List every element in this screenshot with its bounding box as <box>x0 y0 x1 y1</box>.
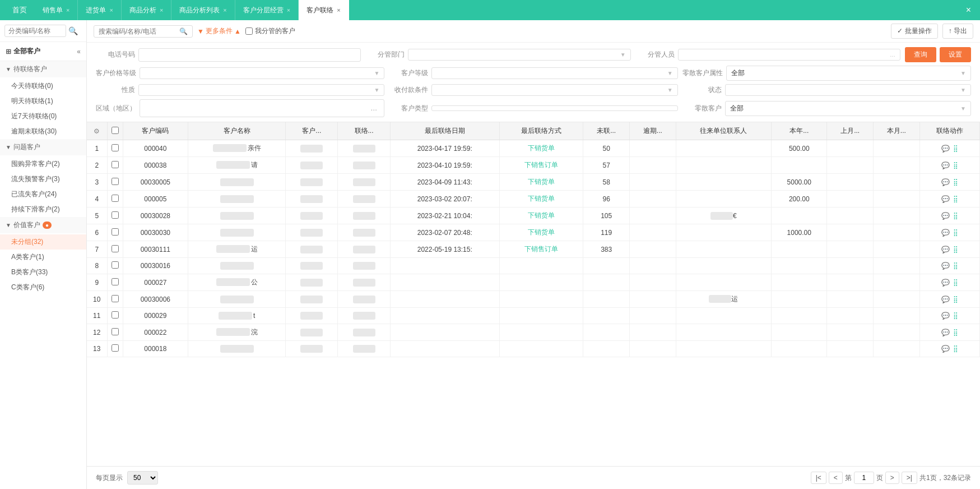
close-icon-product-analysis-list[interactable]: × <box>223 7 226 13</box>
query-button[interactable]: 查询 <box>905 47 936 62</box>
window-close-icon[interactable]: × <box>962 5 976 15</box>
payment-select[interactable]: ▼ <box>431 84 677 96</box>
sidebar-item-class-c[interactable]: C类客户(6) <box>0 280 86 295</box>
export-button[interactable]: ↑ 导出 <box>942 24 973 39</box>
row-checkbox[interactable] <box>112 261 119 269</box>
gear-column-header[interactable]: ⚙ <box>87 122 107 140</box>
price-tier-select[interactable]: ▼ <box>140 67 384 79</box>
customer-tier-select[interactable]: ▼ <box>431 67 677 79</box>
area-select[interactable]: … <box>140 99 384 117</box>
phone-input[interactable] <box>138 48 361 62</box>
phone-action-icon[interactable]: 💬 <box>941 262 950 270</box>
more-action-icon[interactable]: ⣿ <box>953 145 958 153</box>
phone-action-icon[interactable]: 💬 <box>941 312 950 320</box>
last-contact-type[interactable]: 下销售订单 <box>499 157 583 174</box>
phone-action-icon[interactable]: 💬 <box>941 145 950 153</box>
contact-type-link[interactable]: 下销货单 <box>528 195 555 202</box>
last-contact-type[interactable]: 下销货单 <box>499 174 583 191</box>
sidebar-item-hoarding[interactable]: 囤购异常客户(2) <box>0 156 86 172</box>
more-action-icon[interactable]: ⣿ <box>953 195 958 203</box>
tab-product-analysis-list[interactable]: 商品分析列表 × <box>171 0 235 20</box>
phone-action-icon[interactable]: 💬 <box>941 162 950 169</box>
phone-action-icon[interactable]: 💬 <box>941 195 950 203</box>
row-checkbox[interactable] <box>112 161 119 168</box>
sidebar-group-value[interactable]: ▼ 价值客户 ● <box>0 217 86 233</box>
sidebar-item-churned[interactable]: 已流失客户(24) <box>0 187 86 202</box>
sidebar-item-7days[interactable]: 近7天待联络(0) <box>0 109 86 124</box>
tab-purchase[interactable]: 进货单 × <box>78 0 121 20</box>
row-checkbox[interactable] <box>112 195 119 202</box>
last-contact-type[interactable] <box>499 274 583 291</box>
sidebar-all-customers[interactable]: ⊞ 全部客户 « <box>0 42 86 61</box>
row-checkbox[interactable] <box>112 144 119 151</box>
phone-action-icon[interactable]: 💬 <box>941 229 950 237</box>
row-checkbox[interactable] <box>112 228 119 236</box>
last-contact-type[interactable]: 下销货单 <box>499 140 583 157</box>
sidebar-collapse-icon[interactable]: « <box>77 48 81 56</box>
tab-sales[interactable]: 销售单 × <box>35 0 78 20</box>
tab-product-analysis[interactable]: 商品分析 × <box>122 0 171 20</box>
more-action-icon[interactable]: ⣿ <box>953 329 958 336</box>
more-action-icon[interactable]: ⣿ <box>953 312 958 320</box>
last-contact-type[interactable]: 下销售订单 <box>499 241 583 258</box>
contact-type-link[interactable]: 下销售订单 <box>524 161 558 169</box>
last-page-button[interactable]: >| <box>902 472 917 484</box>
batch-operations-button[interactable]: ✓ 批量操作 <box>891 24 937 39</box>
row-checkbox[interactable] <box>112 178 119 185</box>
reset-button[interactable]: 设置 <box>940 47 971 62</box>
contact-type-link[interactable]: 下销货单 <box>528 211 555 219</box>
more-action-icon[interactable]: ⣿ <box>953 262 958 270</box>
row-checkbox[interactable] <box>112 328 119 335</box>
per-page-select[interactable]: 50 100 200 <box>127 471 158 485</box>
filter-search-icon[interactable]: 🔍 <box>179 27 188 35</box>
close-icon-sales[interactable]: × <box>66 7 69 13</box>
phone-action-icon[interactable]: 💬 <box>941 296 950 303</box>
row-checkbox[interactable] <box>112 295 119 302</box>
phone-action-icon[interactable]: 💬 <box>941 345 950 353</box>
sidebar-group-pending[interactable]: ▼ 待联络客户 <box>0 61 86 77</box>
last-contact-type[interactable]: 下销货单 <box>499 191 583 207</box>
status-select[interactable]: ▼ <box>725 84 971 96</box>
sidebar-search-input[interactable] <box>4 25 66 37</box>
filter-more-btn[interactable]: ▼ 更多条件 ▲ <box>197 26 241 36</box>
customer-type-select[interactable] <box>431 105 677 111</box>
dept-select[interactable]: ▼ <box>408 49 630 61</box>
dots-icon[interactable]: … <box>368 102 379 114</box>
contact-type-link[interactable]: 下销货单 <box>528 144 555 152</box>
row-checkbox[interactable] <box>112 245 119 252</box>
last-contact-type[interactable] <box>499 341 583 357</box>
last-contact-type[interactable] <box>499 324 583 341</box>
my-customers-checkbox-label[interactable]: 我分管的客户 <box>245 26 295 36</box>
last-contact-type[interactable] <box>499 308 583 324</box>
sidebar-item-class-b[interactable]: B类客户(33) <box>0 265 86 280</box>
more-action-icon[interactable]: ⣿ <box>953 162 958 169</box>
more-action-icon[interactable]: ⣿ <box>953 212 958 220</box>
close-icon-customer-tier[interactable]: × <box>287 7 290 13</box>
sidebar-item-churn-warning[interactable]: 流失预警客户(3) <box>0 172 86 187</box>
attr-select[interactable]: 全部 ▼ <box>726 66 971 81</box>
sidebar-item-tomorrow[interactable]: 明天待联络(1) <box>0 94 86 109</box>
sidebar-item-class-a[interactable]: A类客户(1) <box>0 250 86 265</box>
phone-action-icon[interactable]: 💬 <box>941 178 950 186</box>
row-checkbox[interactable] <box>112 278 119 285</box>
more-action-icon[interactable]: ⣿ <box>953 178 958 186</box>
phone-action-icon[interactable]: 💬 <box>941 329 950 336</box>
sidebar-group-problem[interactable]: ▼ 问题客户 <box>0 139 86 155</box>
last-contact-type[interactable] <box>499 258 583 274</box>
more-action-icon[interactable]: ⣿ <box>953 246 958 253</box>
more-action-icon[interactable]: ⣿ <box>953 345 958 353</box>
prev-page-button[interactable]: < <box>829 472 843 484</box>
more-action-icon[interactable]: ⣿ <box>953 296 958 303</box>
tab-home[interactable]: 首页 <box>4 5 35 15</box>
sidebar-item-declining[interactable]: 持续下滑客户(2) <box>0 202 86 217</box>
sidebar-search-icon[interactable]: 🔍 <box>68 26 78 35</box>
close-icon-customer-contact[interactable]: × <box>337 7 340 13</box>
person-select[interactable]: … <box>678 49 900 61</box>
sidebar-item-today[interactable]: 今天待联络(0) <box>0 79 86 94</box>
next-page-button[interactable]: > <box>885 472 899 484</box>
contact-type-link[interactable]: 下销货单 <box>528 178 555 186</box>
last-contact-type[interactable]: 下销货单 <box>499 224 583 241</box>
last-contact-type[interactable] <box>499 291 583 308</box>
sidebar-item-overdue[interactable]: 逾期未联络(30) <box>0 124 86 139</box>
more-action-icon[interactable]: ⣿ <box>953 279 958 287</box>
